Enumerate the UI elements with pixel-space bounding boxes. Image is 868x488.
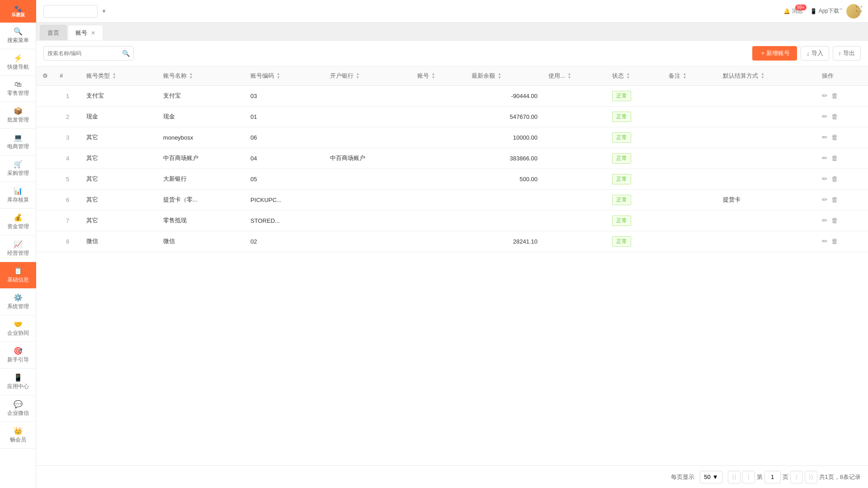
delete-icon[interactable]: 🗑 <box>831 196 838 204</box>
col-account[interactable]: 账号 ▲▼ <box>412 66 466 85</box>
col-remark[interactable]: 备注 ▲▼ <box>663 66 717 85</box>
sidebar-item-purchase-mgmt[interactable]: 🛒采购管理 <box>0 155 36 182</box>
row-checkbox[interactable] <box>36 106 54 127</box>
sidebar-item-enterprise-agreement[interactable]: 🤝企业协同 <box>0 315 36 342</box>
next-page-button[interactable]: ⟩ <box>790 471 803 483</box>
add-account-button[interactable]: + 新增账号 <box>752 46 797 61</box>
row-account <box>412 231 466 252</box>
row-type: 现金 <box>81 106 158 127</box>
sidebar-item-quick-nav[interactable]: ⚡快捷导航 <box>0 49 36 76</box>
sidebar-item-system-mgmt[interactable]: ⚙️系统管理 <box>0 289 36 315</box>
sidebar-item-basic-info[interactable]: 📋基础信息 <box>0 262 36 289</box>
row-account <box>412 127 466 148</box>
row-checkbox[interactable] <box>36 189 54 210</box>
col-settings[interactable]: ⚙ <box>36 66 54 85</box>
col-type[interactable]: 账号类型 ▲▼ <box>81 66 158 85</box>
edit-icon[interactable]: ✏ <box>822 216 828 225</box>
edit-icon[interactable]: ✏ <box>822 154 828 162</box>
row-index: 8 <box>54 231 81 252</box>
prev-page-button[interactable]: ⟨ <box>742 471 755 483</box>
col-balance[interactable]: 最新余额 ▲▼ <box>466 66 543 85</box>
delete-icon[interactable]: 🗑 <box>831 175 838 183</box>
sidebar-item-finance-mgmt[interactable]: 💰资金管理 <box>0 209 36 235</box>
col-code[interactable]: 账号编码 ▲▼ <box>245 66 325 85</box>
sidebar-item-new-guide[interactable]: 🎯新手引导 <box>0 342 36 369</box>
row-checkbox[interactable] <box>36 127 54 148</box>
col-status[interactable]: 状态 ▲▼ <box>607 66 663 85</box>
sidebar-item-wholesale-mgmt[interactable]: 📦批发管理 <box>0 102 36 129</box>
row-type: 微信 <box>81 231 158 252</box>
col-usage[interactable]: 使用... ▲▼ <box>543 66 607 85</box>
delete-icon[interactable]: 🗑 <box>831 154 838 162</box>
topnav-dropdown-arrow[interactable]: ▼ <box>101 8 107 14</box>
per-page-select[interactable]: 50 ▼ <box>700 471 722 483</box>
minimize-button[interactable]: － <box>832 0 850 18</box>
maximize-button[interactable]: ⛶ <box>850 0 868 18</box>
edit-icon[interactable]: ✏ <box>822 175 828 183</box>
sidebar-item-app-center[interactable]: 📱应用中心 <box>0 369 36 395</box>
row-usage <box>543 169 607 189</box>
table-row: 3 其它 moneybosx 06 10000.00 正常 ✏ 🗑 <box>36 127 868 148</box>
first-page-button[interactable]: ⟨⟨ <box>728 471 741 483</box>
delete-icon[interactable]: 🗑 <box>831 92 838 100</box>
search-input[interactable] <box>47 50 122 56</box>
sidebar-item-retail-mgmt[interactable]: 🛍零售管理 <box>0 76 36 102</box>
row-checkbox[interactable] <box>36 210 54 231</box>
row-usage <box>543 127 607 148</box>
col-default-payment[interactable]: 默认结算方式 ▲▼ <box>717 66 816 85</box>
export-button[interactable]: ↑ 导出 <box>833 46 861 61</box>
page-number-input[interactable] <box>764 471 781 483</box>
footer-pagination: 每页显示 50 ▼ ⟨⟨ ⟨ 第 页 ⟩ ⟩⟩ 共1页，8条记录 <box>36 465 868 488</box>
sidebar-item-search-menu[interactable]: 🔍搜索菜单 <box>0 23 36 49</box>
row-bank <box>325 106 412 127</box>
sidebar-item-operations-mgmt[interactable]: 📈经营管理 <box>0 235 36 262</box>
messages-button[interactable]: 🔔 消息 99+ <box>783 7 803 15</box>
row-default-payment: 提货卡 <box>717 189 816 210</box>
window-controls: － ⛶ <box>832 0 868 18</box>
row-default-payment <box>717 127 816 148</box>
row-checkbox[interactable] <box>36 231 54 252</box>
row-checkbox[interactable] <box>36 169 54 189</box>
edit-icon[interactable]: ✏ <box>822 113 828 121</box>
table-row: 4 其它 中百商场账户 04 中百商场账户 383866.00 正常 ✏ 🗑 <box>36 148 868 169</box>
row-name: 大新银行 <box>158 169 245 189</box>
col-name[interactable]: 账号名称 ▲▼ <box>158 66 245 85</box>
row-checkbox[interactable] <box>36 148 54 169</box>
edit-icon[interactable]: ✏ <box>822 237 828 245</box>
sidebar-item-inventory-mgmt[interactable]: 📊库存核算 <box>0 182 36 209</box>
delete-icon[interactable]: 🗑 <box>831 237 838 245</box>
delete-icon[interactable]: 🗑 <box>831 133 838 141</box>
sidebar-item-member[interactable]: 👑畅会员 <box>0 422 36 449</box>
topnav-search-input[interactable] <box>43 5 98 18</box>
edit-icon[interactable]: ✏ <box>822 133 828 141</box>
sidebar-item-enterprise-wechat[interactable]: 💬企业微信 <box>0 395 36 422</box>
sidebar-label-new-guide: 新手引导 <box>2 356 34 364</box>
sidebar-label-basic-info: 基础信息 <box>2 276 34 284</box>
status-badge: 正常 <box>612 91 631 101</box>
tab-account[interactable]: 账号 ✕ <box>68 25 103 40</box>
edit-icon[interactable]: ✏ <box>822 196 828 204</box>
status-badge: 正常 <box>612 195 631 205</box>
delete-icon[interactable]: 🗑 <box>831 113 838 121</box>
tab-home[interactable]: 首页 <box>40 25 67 40</box>
last-page-button[interactable]: ⟩⟩ <box>805 471 817 483</box>
delete-icon[interactable]: 🗑 <box>831 216 838 225</box>
sidebar-icon-finance-mgmt: 💰 <box>2 213 34 222</box>
row-actions: ✏ 🗑 <box>816 210 868 231</box>
col-bank[interactable]: 开户银行 ▲▼ <box>325 66 412 85</box>
bell-icon: 🔔 <box>783 8 790 14</box>
sidebar-item-ecommerce-mgmt[interactable]: 💻电商管理 <box>0 129 36 155</box>
sidebar-label-finance-mgmt: 资金管理 <box>2 223 34 230</box>
import-button[interactable]: ↓ 导入 <box>801 46 829 61</box>
total-info: 共1页，8条记录 <box>819 473 861 481</box>
table-row: 2 现金 现金 01 547670.00 正常 ✏ 🗑 <box>36 106 868 127</box>
search-box: 🔍 <box>43 46 134 61</box>
row-balance: 383866.00 <box>466 148 543 169</box>
tab-account-close[interactable]: ✕ <box>91 30 95 36</box>
row-remark <box>663 85 717 106</box>
row-account <box>412 169 466 189</box>
table-row: 5 其它 大新银行 05 500.00 正常 ✏ 🗑 <box>36 169 868 189</box>
row-actions: ✏ 🗑 <box>816 189 868 210</box>
row-checkbox[interactable] <box>36 85 54 106</box>
edit-icon[interactable]: ✏ <box>822 92 828 100</box>
